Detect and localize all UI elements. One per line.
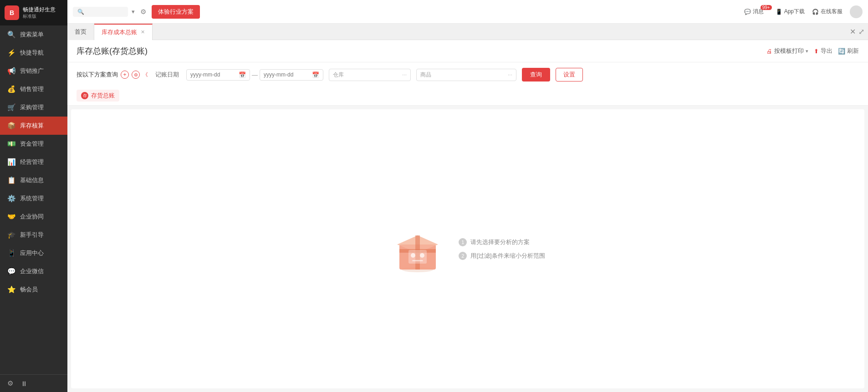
filter-section-label: 按以下方案查询 + ⚙ 《 bbox=[77, 71, 148, 79]
warehouse-select[interactable]: 仓库 ··· bbox=[329, 69, 411, 81]
empty-state: 1 请先选择要分析的方案 2 用[过滤]条件来缩小分析范围 bbox=[71, 109, 864, 388]
logo-main: 畅捷通好生意 bbox=[23, 6, 56, 14]
calendar-to-icon[interactable]: 📅 bbox=[312, 71, 319, 78]
scheme-item-inventory[interactable]: 存 存货总账 bbox=[77, 90, 119, 102]
sidebar-item-label: 企业微信 bbox=[20, 267, 44, 275]
sidebar-item-label: 快捷导航 bbox=[20, 49, 44, 57]
topbar-search-area[interactable]: 🔍 bbox=[73, 7, 128, 17]
wechat-icon: 💬 bbox=[7, 267, 15, 275]
tip-item-2: 2 用[过滤]条件来缩小分析范围 bbox=[459, 252, 545, 260]
date-filter-label: 记账日期 bbox=[155, 71, 179, 79]
message-item[interactable]: 💬 消息 99+ bbox=[744, 8, 768, 15]
trial-button[interactable]: 体验行业方案 bbox=[152, 5, 200, 19]
app-logo: B 畅捷通好生意 标准版 bbox=[0, 0, 67, 25]
sidebar-item-inventory[interactable]: 📦 库存核算 bbox=[0, 117, 67, 135]
topbar-left: 🔍 ▾ ⚙ 体验行业方案 bbox=[73, 5, 740, 19]
logo-sub: 标准版 bbox=[23, 13, 56, 19]
sidebar-item-wechat[interactable]: 💬 企业微信 bbox=[0, 262, 67, 280]
filter-area: 按以下方案查询 + ⚙ 《 记账日期 📅 — 📅 bbox=[67, 62, 868, 106]
topbar-gear-btn[interactable]: ⚙ bbox=[138, 8, 148, 16]
topbar: 🔍 ▾ ⚙ 体验行业方案 💬 消息 99+ 📱 App下载 🎧 在线客服 bbox=[67, 0, 868, 24]
print-chevron-icon[interactable]: ▾ bbox=[806, 48, 808, 54]
sidebar-item-basic-info[interactable]: 📋 基础信息 bbox=[0, 171, 67, 189]
refresh-icon: 🔄 bbox=[838, 48, 845, 55]
sidebar-scroll: 🔍 搜索菜单 ⚡ 快捷导航 📢 营销推广 💰 销售管理 🛒 采购管理 📦 库存核… bbox=[0, 25, 67, 374]
print-btn-group[interactable]: 🖨 按模板打印 ▾ bbox=[766, 47, 808, 55]
page-title: 库存总账(存货总账) bbox=[77, 46, 148, 56]
sidebar-item-search-menu[interactable]: 🔍 搜索菜单 bbox=[0, 25, 67, 44]
settings-button[interactable]: 设置 bbox=[556, 68, 583, 81]
logo-icon: B bbox=[5, 5, 19, 20]
goods-select[interactable]: 商品 ··· bbox=[416, 69, 516, 81]
dropdown-arrow[interactable]: ▾ bbox=[132, 8, 135, 15]
warehouse-more-icon[interactable]: ··· bbox=[402, 71, 407, 78]
member-icon: ⭐ bbox=[7, 285, 15, 294]
filter-scheme-row: 存 存货总账 bbox=[77, 87, 859, 105]
tab-inventory-cost[interactable]: 库存成本总账 ✕ bbox=[94, 24, 153, 40]
toggle-sidebar-icon[interactable]: ⏸ bbox=[20, 380, 27, 387]
sidebar-item-member[interactable]: ⭐ 畅会员 bbox=[0, 280, 67, 299]
sidebar-item-quick-nav[interactable]: ⚡ 快捷导航 bbox=[0, 44, 67, 62]
date-to-field[interactable] bbox=[264, 71, 309, 78]
scheme-settings-icon[interactable]: ⚙ bbox=[132, 71, 140, 79]
date-to-input[interactable]: 📅 bbox=[260, 69, 323, 81]
online-service-item[interactable]: 🎧 在线客服 bbox=[812, 8, 842, 15]
close-tab-icon[interactable]: ✕ bbox=[141, 29, 145, 35]
date-from-input[interactable]: 📅 bbox=[186, 69, 250, 81]
date-input-group: 📅 — 📅 bbox=[186, 69, 323, 81]
sidebar-item-label: 企业协同 bbox=[20, 213, 44, 221]
search-input[interactable] bbox=[87, 9, 123, 15]
app-download-item[interactable]: 📱 App下载 bbox=[776, 8, 805, 15]
tip-num-1: 1 bbox=[459, 238, 467, 246]
sidebar-item-sales[interactable]: 💰 销售管理 bbox=[0, 80, 67, 98]
print-icon: 🖨 bbox=[766, 48, 772, 55]
sidebar-item-marketing[interactable]: 📢 营销推广 bbox=[0, 62, 67, 80]
print-label[interactable]: 按模板打印 bbox=[774, 47, 804, 55]
tab-home[interactable]: 首页 bbox=[67, 24, 94, 40]
sidebar-item-label: 库存核算 bbox=[20, 122, 44, 130]
sidebar-item-system[interactable]: ⚙️ 系统管理 bbox=[0, 189, 67, 208]
sidebar-item-label: 经营管理 bbox=[20, 158, 44, 166]
system-icon: ⚙️ bbox=[7, 194, 15, 203]
main-area: 🔍 ▾ ⚙ 体验行业方案 💬 消息 99+ 📱 App下载 🎧 在线客服 bbox=[67, 0, 868, 392]
sidebar-item-label: 应用中心 bbox=[20, 249, 44, 257]
date-from-field[interactable] bbox=[190, 71, 236, 78]
refresh-btn[interactable]: 🔄 刷新 bbox=[838, 47, 859, 55]
export-icon: ⬆ bbox=[814, 48, 819, 55]
goods-more-icon[interactable]: ··· bbox=[508, 71, 512, 78]
add-scheme-btn[interactable]: + bbox=[121, 71, 129, 79]
sidebar-item-label: 基础信息 bbox=[20, 176, 44, 184]
page-content: 库存总账(存货总账) 🖨 按模板打印 ▾ ⬆ 导出 🔄 刷新 bbox=[67, 40, 868, 392]
user-avatar[interactable] bbox=[850, 5, 863, 18]
sidebar-item-label: 销售管理 bbox=[20, 85, 44, 93]
inventory-icon: 📦 bbox=[7, 122, 15, 130]
sidebar-bottom: ⚙ ⏸ bbox=[0, 374, 67, 392]
sidebar-item-guide[interactable]: 🎓 新手引导 bbox=[0, 226, 67, 244]
phone-icon: 📱 bbox=[776, 9, 782, 15]
query-button[interactable]: 查询 bbox=[522, 68, 550, 81]
scheme-label: 存货总账 bbox=[91, 92, 115, 100]
export-btn[interactable]: ⬆ 导出 bbox=[814, 47, 832, 55]
calendar-from-icon[interactable]: 📅 bbox=[239, 71, 246, 78]
collapse-filter-icon[interactable]: 《 bbox=[143, 71, 148, 79]
logo-text: 畅捷通好生意 标准版 bbox=[23, 6, 56, 20]
sidebar-item-label: 搜索菜单 bbox=[20, 31, 44, 39]
close-right-panel-btn[interactable]: ✕ bbox=[850, 27, 856, 36]
sidebar-item-label: 资金管理 bbox=[20, 140, 44, 148]
headset-icon: 🎧 bbox=[812, 9, 819, 15]
settings-bottom-icon[interactable]: ⚙ bbox=[7, 379, 13, 387]
sidebar-item-finance[interactable]: 💵 资金管理 bbox=[0, 135, 67, 153]
sidebar-item-cooperation[interactable]: 🤝 企业协同 bbox=[0, 208, 67, 226]
topbar-right: 💬 消息 99+ 📱 App下载 🎧 在线客服 bbox=[744, 5, 863, 18]
sidebar-item-operations[interactable]: 📊 经营管理 bbox=[0, 153, 67, 171]
tip-text-2: 用[过滤]条件来缩小分析范围 bbox=[470, 252, 545, 260]
empty-content: 1 请先选择要分析的方案 2 用[过滤]条件来缩小分析范围 bbox=[390, 222, 545, 276]
sidebar-item-purchase[interactable]: 🛒 采购管理 bbox=[0, 98, 67, 117]
finance-icon: 💵 bbox=[7, 140, 15, 148]
basic-info-icon: 📋 bbox=[7, 176, 15, 184]
empty-illustration bbox=[390, 222, 445, 276]
cooperation-icon: 🤝 bbox=[7, 213, 15, 221]
tab-home-label: 首页 bbox=[75, 28, 87, 36]
sidebar-item-app-center[interactable]: 📱 应用中心 bbox=[0, 244, 67, 262]
expand-icon[interactable]: ⤢ bbox=[858, 27, 864, 36]
